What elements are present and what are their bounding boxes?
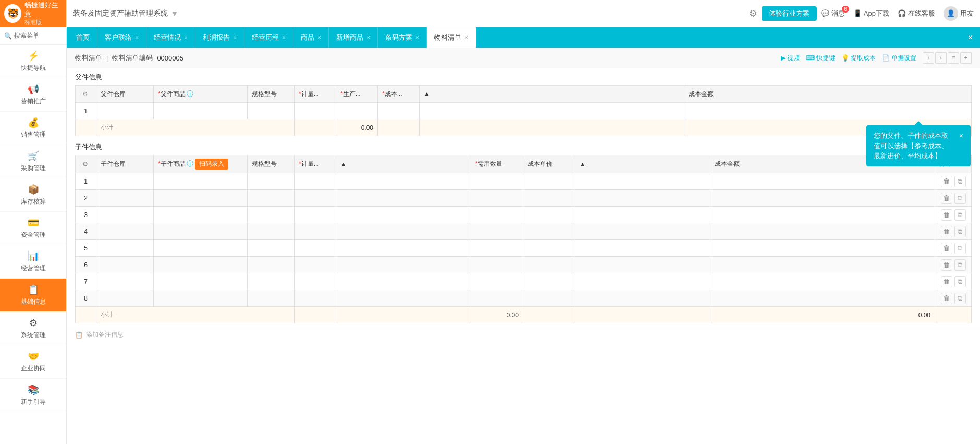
search-menu[interactable]: 🔍 搜索菜单 (0, 27, 66, 45)
child-copy-5[interactable]: ⧉ (954, 243, 966, 254)
child-unit-4[interactable] (295, 223, 336, 240)
child-spec-3[interactable] (248, 207, 295, 223)
child-product-3[interactable] (154, 207, 248, 223)
child-product-4[interactable] (154, 223, 248, 240)
sidebar-item-purchase[interactable]: 🛒 采购管理 (0, 145, 66, 178)
child-product-7[interactable] (154, 273, 248, 290)
tab-profit[interactable]: 利润报告 × (195, 27, 244, 48)
action-settings[interactable]: 📄 单据设置 (882, 54, 916, 63)
child-unit-3[interactable] (295, 207, 336, 223)
child-qty-3[interactable] (471, 207, 523, 223)
child-delete-4[interactable]: 🗑 (941, 226, 952, 237)
child-spec-7[interactable] (248, 273, 295, 290)
sidebar-item-inventory[interactable]: 📦 库存核算 (0, 178, 66, 212)
tab-bom-close[interactable]: × (464, 34, 468, 41)
tab-barcode-close[interactable]: × (415, 34, 419, 41)
child-delete-8[interactable]: 🗑 (941, 293, 952, 304)
child-delete-2[interactable]: 🗑 (941, 193, 952, 204)
tab-home[interactable]: 首页 (69, 27, 97, 48)
child-spec-4[interactable] (248, 223, 295, 240)
child-warehouse-4[interactable] (96, 223, 154, 240)
child-product-2[interactable] (154, 190, 248, 207)
trial-button[interactable]: 体验行业方案 (762, 6, 817, 21)
sidebar-item-system[interactable]: ⚙ 系统管理 (0, 312, 66, 345)
child-unit-5[interactable] (295, 240, 336, 257)
child-copy-6[interactable]: ⧉ (954, 259, 966, 271)
sidebar-item-quick[interactable]: ⚡ 快捷导航 (0, 45, 66, 78)
nav-new[interactable]: + (960, 52, 972, 64)
child-qty-5[interactable] (471, 240, 523, 257)
child-delete-5[interactable]: 🗑 (941, 243, 952, 254)
parent-unit-1[interactable] (295, 103, 336, 119)
child-unit-cost-7[interactable] (523, 273, 575, 290)
sidebar-item-basic[interactable]: 📋 基础信息 (0, 279, 66, 312)
child-spec-2[interactable] (248, 190, 295, 207)
scan-button[interactable]: 扫码录入 (195, 159, 228, 170)
child-warehouse-3[interactable] (96, 207, 154, 223)
child-copy-8[interactable]: ⧉ (954, 293, 966, 304)
tab-customer[interactable]: 客户联络 × (97, 27, 146, 48)
sidebar-item-marketing[interactable]: 📢 营销推广 (0, 78, 66, 112)
message-button[interactable]: 💬 消息 6 (821, 9, 845, 18)
tab-operation-status[interactable]: 经营情况 × (146, 27, 195, 48)
child-qty-8[interactable] (471, 290, 523, 307)
gear-icon[interactable]: ⚙ (80, 89, 90, 99)
child-spec-6[interactable] (248, 257, 295, 273)
child-product-5[interactable] (154, 240, 248, 257)
child-unit-cost-4[interactable] (523, 223, 575, 240)
nav-list[interactable]: ≡ (948, 52, 959, 64)
child-warehouse-2[interactable] (96, 190, 154, 207)
child-warehouse-8[interactable] (96, 290, 154, 307)
tab-barcode[interactable]: 条码方案 × (378, 27, 427, 48)
child-copy-1[interactable]: ⧉ (954, 176, 966, 187)
child-unit-1[interactable] (295, 173, 336, 190)
sidebar-item-finance[interactable]: 💳 资金管理 (0, 212, 66, 245)
parent-prod-1[interactable] (336, 103, 378, 119)
child-delete-1[interactable]: 🗑 (941, 176, 952, 187)
child-unit-cost-2[interactable] (523, 190, 575, 207)
child-unit-7[interactable] (295, 273, 336, 290)
tab-product[interactable]: 商品 × (293, 27, 329, 48)
child-unit-cost-8[interactable] (523, 290, 575, 307)
child-warehouse-1[interactable] (96, 173, 154, 190)
child-delete-3[interactable]: 🗑 (941, 209, 952, 221)
gear-icon[interactable]: ⚙ (80, 159, 90, 170)
online-service-button[interactable]: 🎧 在线客服 (898, 9, 935, 18)
child-copy-4[interactable]: ⧉ (954, 226, 966, 237)
tab-profit-close[interactable]: × (233, 34, 237, 41)
child-qty-4[interactable] (471, 223, 523, 240)
child-unit-6[interactable] (295, 257, 336, 273)
action-cost[interactable]: 💡 提取成本 (841, 54, 876, 63)
action-shortcut[interactable]: ⌨ 快捷键 (806, 54, 835, 63)
nav-next[interactable]: › (935, 52, 947, 64)
child-delete-7[interactable]: 🗑 (941, 276, 952, 287)
child-delete-6[interactable]: 🗑 (941, 259, 952, 271)
parent-product-1[interactable] (154, 103, 248, 119)
app-download-button[interactable]: 📱 App下载 (853, 9, 889, 18)
child-spec-8[interactable] (248, 290, 295, 307)
child-qty-1[interactable] (471, 173, 523, 190)
child-unit-cost-1[interactable] (523, 173, 575, 190)
tab-customer-close[interactable]: × (135, 34, 139, 41)
child-product-1[interactable] (154, 173, 248, 190)
tab-op-status-close[interactable]: × (184, 34, 188, 41)
child-unit-cost-3[interactable] (523, 207, 575, 223)
user-avatar[interactable]: 👤 用友 (944, 6, 974, 21)
tab-new-product[interactable]: 新增商品 × (329, 27, 378, 48)
sidebar-item-operation[interactable]: 📊 经营管理 (0, 245, 66, 279)
child-qty-2[interactable] (471, 190, 523, 207)
tab-bom[interactable]: 物料清单 × (427, 27, 476, 48)
child-spec-5[interactable] (248, 240, 295, 257)
child-unit-8[interactable] (295, 290, 336, 307)
child-product-8[interactable] (154, 290, 248, 307)
child-unit-cost-6[interactable] (523, 257, 575, 273)
nav-prev[interactable]: ‹ (923, 52, 934, 64)
child-warehouse-5[interactable] (96, 240, 154, 257)
gear-icon[interactable]: ⚙ (749, 8, 757, 19)
parent-cost-1[interactable] (378, 103, 420, 119)
sidebar-item-enterprise[interactable]: 🤝 企业协同 (0, 345, 66, 379)
child-copy-3[interactable]: ⧉ (954, 209, 966, 221)
tooltip-close-button[interactable]: × (959, 130, 963, 141)
tab-product-close[interactable]: × (317, 34, 321, 41)
child-spec-1[interactable] (248, 173, 295, 190)
